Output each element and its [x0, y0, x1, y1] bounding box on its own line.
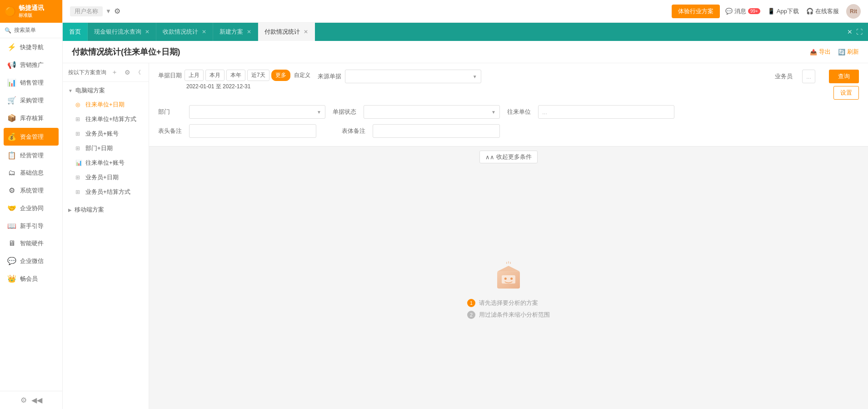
- dept-dropdown-icon: ▼: [317, 110, 321, 115]
- tab-new-scheme-close[interactable]: ✕: [247, 29, 251, 35]
- tab-new-scheme[interactable]: 新建方案 ✕: [213, 23, 258, 41]
- search-menu[interactable]: 🔍 搜索菜单: [0, 23, 62, 38]
- date-btn-last-month[interactable]: 上月: [185, 70, 204, 81]
- scheme-item-salesperson-settlement[interactable]: ⊞ 业务员+结算方式: [63, 185, 149, 199]
- collapse-conditions-btn[interactable]: ∧∧ 收起更多条件: [479, 151, 538, 163]
- sidebar-item-system[interactable]: ⚙ 系统管理: [0, 182, 62, 199]
- sidebar-logo: 🟠 畅捷通讯 标准版: [0, 0, 62, 23]
- sidebar-settings-btn[interactable]: ⚙: [20, 396, 27, 404]
- sidebar-item-fund[interactable]: 💰 资金管理: [4, 128, 59, 146]
- tab-bank-flow-close[interactable]: ✕: [145, 29, 150, 35]
- app-download-action[interactable]: 📱 App下载: [768, 7, 799, 15]
- tab-payment-stats-close[interactable]: ✕: [304, 29, 308, 35]
- date-btn-last-7[interactable]: 近7天: [247, 70, 269, 81]
- sidebar-item-operations[interactable]: 📋 经营管理: [0, 146, 62, 164]
- sidebar-item-marketing[interactable]: 📢 营销推广: [0, 56, 62, 74]
- sidebar-item-basic[interactable]: 🗂 基础信息: [0, 164, 62, 182]
- nav-icon: 📋: [7, 151, 16, 160]
- date-filter-label: 单据日期: [158, 71, 182, 80]
- sidebar-item-quick-nav[interactable]: ⚡ 快捷导航: [0, 38, 62, 56]
- nav-icon: 👑: [7, 274, 16, 283]
- topbar-right: 💬 消息 99+ 📱 App下载 🎧 在线客服 Rit: [725, 4, 861, 19]
- sidebar-item-purchase[interactable]: 🛒 采购管理: [0, 91, 62, 109]
- sidebar-item-label: 企业微信: [20, 257, 44, 265]
- tab-collection-stats-close[interactable]: ✕: [202, 29, 206, 35]
- scheme-item-partner-date[interactable]: ◎ 往来单位+日期: [63, 97, 149, 112]
- dept-select[interactable]: ▼: [189, 105, 325, 119]
- scheme-item-partner-settlement[interactable]: ⊞ 往来单位+结算方式: [63, 112, 149, 126]
- table-header-remark-input[interactable]: [189, 124, 316, 138]
- main-content: 用户名称 ▼ ⚙ 体验行业方案 💬 消息 99+ 📱 App下载 🎧 在线客服 …: [63, 0, 868, 409]
- nav-icon: ⚙: [7, 186, 16, 195]
- scheme-group-mobile-header[interactable]: ▶ 移动端方案: [63, 203, 149, 217]
- app-download-label: App下载: [777, 7, 799, 15]
- tab-collection-stats[interactable]: 收款情况统计 ✕: [156, 23, 213, 41]
- scheme-add-btn[interactable]: ＋: [110, 68, 119, 77]
- table-icon: ⊞: [75, 131, 83, 137]
- messages-action[interactable]: 💬 消息 99+: [725, 7, 760, 15]
- nav-icon: ⚡: [7, 43, 16, 51]
- online-service-label: 在线客服: [815, 7, 839, 15]
- date-range-value: 2022-01-01 至 2022-12-31: [186, 83, 250, 90]
- tab-collection-stats-label: 收款情况统计: [163, 28, 198, 36]
- scheme-item-salesperson-date[interactable]: ⊞ 业务员+日期: [63, 170, 149, 185]
- date-btn-this-year[interactable]: 本年: [226, 70, 245, 81]
- scheme-item-label: 业务员+账号: [85, 130, 119, 138]
- avatar[interactable]: Rit: [846, 4, 861, 19]
- scheme-item-label: 部门+日期: [85, 144, 113, 152]
- scheme-group-mobile: ▶ 移动端方案: [63, 203, 149, 217]
- refresh-btn[interactable]: 🔄 刷新: [838, 48, 859, 56]
- date-btn-this-month[interactable]: 本月: [205, 70, 224, 81]
- settings-icon[interactable]: ⚙: [114, 7, 120, 15]
- chart-icon: 📊: [75, 160, 83, 166]
- tab-home[interactable]: 首页: [63, 23, 88, 41]
- source-select[interactable]: ▼: [345, 70, 481, 83]
- active-scheme-icon: ◎: [75, 101, 83, 108]
- app-name: 畅捷通讯: [19, 4, 44, 12]
- page-header-actions: 📤 导出 🔄 刷新: [810, 48, 859, 56]
- source-label: 来源单据: [318, 72, 341, 81]
- tab-bank-flow[interactable]: 现金银行流水查询 ✕: [88, 23, 156, 41]
- tab-fullscreen-icon[interactable]: ⛶: [856, 28, 863, 35]
- empty-tip-1: 1 请先选择要分析的方案: [467, 299, 550, 307]
- tab-close-all-icon[interactable]: ✕: [847, 28, 853, 35]
- scheme-group-desktop-header[interactable]: ▼ 电脑端方案: [63, 84, 149, 97]
- table-body-remark-input[interactable]: [373, 124, 500, 138]
- content-area: 按以下方案查询 ＋ ⚙ 《 ▼ 电脑端方案 ◎: [63, 63, 868, 409]
- scheme-collapse-btn[interactable]: 《: [135, 69, 141, 76]
- export-btn[interactable]: 📤 导出: [810, 48, 831, 56]
- sidebar-item-enterprise[interactable]: 🤝 企业协同: [0, 199, 62, 217]
- tab-payment-stats[interactable]: 付款情况统计 ✕: [258, 23, 315, 41]
- table-icon: ⊞: [75, 145, 83, 151]
- empty-illustration: [486, 257, 531, 293]
- partner-select[interactable]: ...: [538, 105, 674, 119]
- table-icon: ⊞: [75, 189, 83, 195]
- salesperson-select[interactable]: ...: [802, 70, 815, 83]
- sidebar-item-guide[interactable]: 📖 新手引导: [0, 217, 62, 235]
- salesperson-select-text: ...: [806, 73, 811, 80]
- refresh-icon: 🔄: [838, 49, 845, 56]
- filter-settings-btn[interactable]: 设置: [833, 86, 859, 100]
- sidebar-item-label: 营销推广: [20, 61, 44, 69]
- sidebar-item-hardware[interactable]: 🖥 智能硬件: [0, 235, 62, 252]
- topbar-user: 用户名称 ▼ ⚙: [70, 6, 666, 16]
- sidebar-item-label: 智能硬件: [20, 239, 44, 247]
- scheme-panel-header: 按以下方案查询 ＋ ⚙ 《: [63, 63, 149, 82]
- scheme-item-salesperson-account[interactable]: ⊞ 业务员+账号: [63, 126, 149, 141]
- scheme-settings-btn[interactable]: ⚙: [123, 68, 132, 77]
- date-btn-more[interactable]: 更多: [271, 70, 290, 81]
- sidebar-item-sales[interactable]: 📊 销售管理: [0, 74, 62, 91]
- user-dropdown-icon[interactable]: ▼: [105, 8, 111, 15]
- scheme-item-dept-date[interactable]: ⊞ 部门+日期: [63, 141, 149, 156]
- sidebar-item-wechat[interactable]: 💬 企业微信: [0, 252, 62, 270]
- doc-status-select[interactable]: ▼: [364, 105, 500, 119]
- sidebar-collapse-btn[interactable]: ◀◀: [31, 396, 42, 404]
- online-service-action[interactable]: 🎧 在线客服: [806, 7, 839, 15]
- date-custom-label: 自定义: [294, 71, 310, 79]
- sidebar-item-member[interactable]: 👑 畅会员: [0, 270, 62, 288]
- query-btn[interactable]: 查询: [829, 70, 859, 83]
- trial-btn[interactable]: 体验行业方案: [672, 5, 720, 18]
- chevron-down-icon: ▼: [68, 88, 73, 93]
- sidebar-item-inventory[interactable]: 📦 库存核算: [0, 109, 62, 127]
- scheme-item-partner-account[interactable]: 📊 往来单位+账号: [63, 156, 149, 170]
